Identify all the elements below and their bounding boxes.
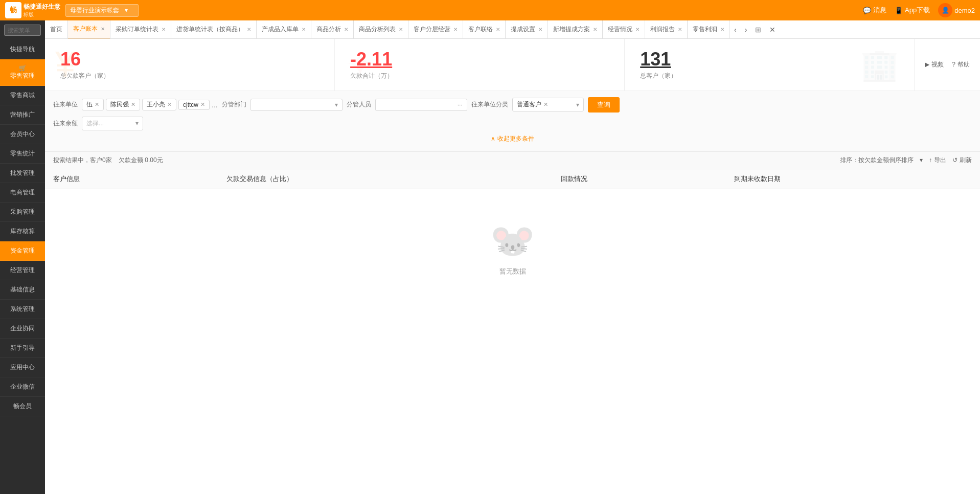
tab-nav-prev[interactable]: ‹ <box>730 20 741 39</box>
export-icon: ↑ <box>929 156 932 164</box>
retail-icon: 🛒 <box>3 64 42 72</box>
tab-retail-profit[interactable]: 零售利润 ✕ <box>688 20 730 39</box>
result-info: 搜索结果中，客户0家 欠款金额 0.00元 排序：按欠款金额倒序排序 ▾ ↑ 导… <box>45 152 980 169</box>
query-btn[interactable]: 查询 <box>588 97 620 113</box>
sidebar-item-quick-nav[interactable]: 快捷导航 <box>0 40 45 59</box>
result-actions: 排序：按欠款金额倒序排序 ▾ ↑ 导出 ↺ 刷新 <box>840 156 972 165</box>
tab-close-production[interactable]: ✕ <box>302 27 306 32</box>
empty-label: 暂无数据 <box>499 267 526 276</box>
tab-expand-btn[interactable]: ⊞ <box>751 20 765 39</box>
sidebar-item-retail[interactable]: 🛒 零售管理 <box>0 59 45 86</box>
sidebar-item-vip-member[interactable]: 畅会员 <box>0 397 45 416</box>
message-btn[interactable]: 💬 消息 <box>863 6 886 15</box>
help-btn[interactable]: ? 帮助 <box>952 60 970 69</box>
empty-state: 🐭 暂无数据 <box>45 189 980 307</box>
filter-row-2: 往来余额 选择... ▾ <box>53 117 972 130</box>
tab-bar: 首页 客户账本 ✕ 采购订单统计表 ✕ 进货单统计表（按商品） ✕ 产成品入库单… <box>45 20 980 39</box>
person-select[interactable]: ··· <box>375 99 467 111</box>
tab-close-add-promotion[interactable]: ✕ <box>593 27 597 32</box>
tab-customer-segment[interactable]: 客户分层经营 ✕ <box>408 20 463 39</box>
sidebar-item-basic-info[interactable]: 基础信息 <box>0 280 45 300</box>
unit-tags-more[interactable]: ... <box>212 101 218 109</box>
unit-tag-4: cjttcw ✕ <box>178 100 210 110</box>
filter-area: 往来单位 伍 ✕ 陈民强 ✕ 王小亮 <box>45 91 980 152</box>
unit-tag-1: 伍 ✕ <box>82 99 104 110</box>
tab-nav-next[interactable]: › <box>741 20 751 39</box>
tab-close-customer-contact[interactable]: ✕ <box>496 27 500 32</box>
stat-bg-icon-3: 🏢 <box>860 47 899 83</box>
dept-select[interactable]: ▾ <box>250 99 343 111</box>
category-select-arrow-icon: ▾ <box>576 101 579 108</box>
logo-icon: 畅 <box>5 2 21 18</box>
tab-profit-report[interactable]: 利润报告 ✕ <box>645 20 688 39</box>
top-bar-right: 💬 消息 📱 App下载 👤 demo2 <box>863 3 975 17</box>
tab-close-profit-report[interactable]: ✕ <box>678 27 682 32</box>
video-help-btn[interactable]: ▶ 视频 <box>925 60 944 69</box>
tab-close-accounts[interactable]: ✕ <box>101 26 105 32</box>
col-debit-info: 欠款交易信息（占比） <box>218 169 553 189</box>
remove-category-tag-1[interactable]: ✕ <box>543 101 548 108</box>
refresh-btn[interactable]: ↺ 刷新 <box>952 156 972 165</box>
tab-operation[interactable]: 经营情况 ✕ <box>603 20 645 39</box>
tab-home[interactable]: 首页 <box>45 20 68 39</box>
remove-unit-tag-1[interactable]: ✕ <box>95 101 99 108</box>
download-icon: 📱 <box>895 7 903 14</box>
sidebar-item-inventory[interactable]: 库存核算 <box>0 222 45 241</box>
tab-close-purchase-order[interactable]: ✕ <box>162 27 166 32</box>
sidebar-item-ecommerce[interactable]: 电商管理 <box>0 183 45 203</box>
tab-add-promotion[interactable]: 新增提成方案 ✕ <box>548 20 603 39</box>
export-btn[interactable]: ↑ 导出 <box>929 156 946 165</box>
sidebar-item-retail-mall[interactable]: 零售商城 <box>0 86 45 105</box>
tab-close-all-btn[interactable]: ✕ <box>765 20 780 39</box>
tab-close-goods-analysis-list[interactable]: ✕ <box>399 27 403 32</box>
tab-purchase-stats[interactable]: 进货单统计表（按商品） ✕ <box>171 20 257 39</box>
tab-production[interactable]: 产成品入库单 ✕ <box>257 20 311 39</box>
tab-goods-analysis[interactable]: 商品分析 ✕ <box>311 20 354 39</box>
remove-unit-tag-4[interactable]: ✕ <box>200 101 205 108</box>
tab-close-goods-analysis[interactable]: ✕ <box>344 27 348 32</box>
app-container: 畅 畅捷通好生意 标版 母婴行业演示帐套 ▾ 💬 消息 📱 App下载 👤 de <box>0 0 980 494</box>
sidebar-item-marketing[interactable]: 营销推广 <box>0 105 45 125</box>
tab-accounts[interactable]: 客户账本 ✕ <box>68 20 110 39</box>
tab-close-customer-segment[interactable]: ✕ <box>453 27 458 32</box>
sidebar-item-app-center[interactable]: 应用中心 <box>0 358 45 377</box>
sidebar-item-system[interactable]: 系统管理 <box>0 300 45 319</box>
user-menu[interactable]: 👤 demo2 <box>938 3 975 17</box>
tab-close-purchase-stats[interactable]: ✕ <box>247 27 251 32</box>
sidebar-search-container <box>0 20 45 40</box>
search-input[interactable] <box>4 25 41 36</box>
remove-unit-tag-3[interactable]: ✕ <box>167 101 172 108</box>
balance-select[interactable]: 选择... ▾ <box>82 117 143 130</box>
sidebar-item-wholesale[interactable]: 批发管理 <box>0 164 45 183</box>
sidebar-item-member[interactable]: 会员中心 <box>0 125 45 144</box>
stat-debit-amount: ✦ -2.11 欠款合计（万） <box>335 39 625 91</box>
tab-close-operation[interactable]: ✕ <box>635 27 640 32</box>
tab-close-promotion-settings[interactable]: ✕ <box>538 27 542 32</box>
sidebar-item-retail-stats[interactable]: 零售统计 <box>0 144 45 164</box>
tab-goods-analysis-list[interactable]: 商品分析列表 ✕ <box>354 20 408 39</box>
stat-total-customers: 🏢 131 总客户（家） <box>625 39 915 91</box>
sidebar-item-enterprise-wechat[interactable]: 企业微信 <box>0 377 45 397</box>
stats-row: ¥ 16 总欠款客户（家） ✦ -2.11 欠款合计（万） 🏢 131 总 <box>45 39 980 91</box>
sidebar-item-purchase[interactable]: 采购管理 <box>0 203 45 222</box>
remove-unit-tag-2[interactable]: ✕ <box>131 101 135 108</box>
sidebar-item-operation-mgmt[interactable]: 经营管理 <box>0 261 45 280</box>
unit-tag-2: 陈民强 ✕ <box>106 99 140 110</box>
collapse-btn[interactable]: ∧ 收起更多条件 <box>491 134 534 143</box>
tab-promotion-settings[interactable]: 提成设置 ✕ <box>506 20 548 39</box>
unit-filter-label: 往来单位 <box>53 100 78 109</box>
sidebar-item-enterprise[interactable]: 企业协同 <box>0 319 45 339</box>
category-select[interactable]: 普通客户 ✕ ▾ <box>512 98 584 111</box>
dept-select-arrow-icon: ▾ <box>335 101 338 108</box>
company-selector[interactable]: 母婴行业演示帐套 ▾ <box>65 4 139 17</box>
balance-select-arrow-icon: ▾ <box>135 120 139 127</box>
collapse-container: ∧ 收起更多条件 <box>53 134 972 143</box>
sidebar-item-finance[interactable]: 资金管理 <box>0 241 45 261</box>
person-select-arrow-icon: ··· <box>458 101 463 108</box>
balance-placeholder: 选择... <box>86 119 104 128</box>
tab-purchase-order[interactable]: 采购订单统计表 ✕ <box>110 20 171 39</box>
tab-close-retail-profit[interactable]: ✕ <box>720 27 724 32</box>
app-download-btn[interactable]: 📱 App下载 <box>895 6 930 15</box>
sidebar-item-new-guide[interactable]: 新手引导 <box>0 339 45 358</box>
tab-customer-contact[interactable]: 客户联络 ✕ <box>463 20 506 39</box>
